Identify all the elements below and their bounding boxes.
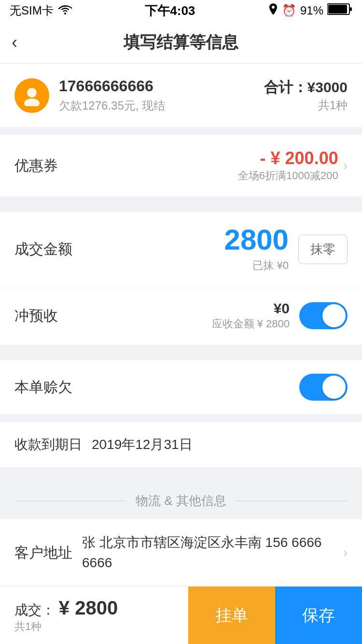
debt-row: 本单赊欠 bbox=[0, 360, 362, 414]
avatar bbox=[14, 78, 49, 113]
logistics-text: 物流 & 其他信息 bbox=[136, 492, 226, 509]
bottom-summary: 成交： ¥ 2800 共1种 bbox=[0, 597, 188, 634]
address-label: 客户地址 bbox=[14, 543, 72, 563]
summary-amount: ¥ 2800 bbox=[59, 597, 118, 618]
status-left: 无SIM卡 bbox=[10, 3, 72, 18]
svg-rect-1 bbox=[328, 5, 347, 14]
coupon-desc: 全场6折满1000减200 bbox=[238, 168, 338, 183]
divider-line-left bbox=[14, 501, 126, 501]
transaction-amount: 2800 bbox=[224, 225, 289, 254]
battery-icon bbox=[327, 3, 352, 18]
wifi-icon bbox=[58, 4, 72, 17]
section-divider-1 bbox=[0, 204, 362, 212]
section-divider-3 bbox=[0, 475, 362, 483]
due-date-label: 收款到期日 bbox=[14, 435, 82, 454]
customer-debt: 欠款1276.35元, 现结 bbox=[59, 98, 165, 113]
due-date-row: 收款到期日 2019年12月31日 bbox=[0, 422, 362, 467]
transaction-right: 2800 已抹 ¥0 抹零 bbox=[224, 225, 348, 273]
pre-amount: ¥0 bbox=[212, 300, 290, 317]
page-title: 填写结算等信息 bbox=[124, 31, 238, 54]
amount-sub: 已抹 ¥0 bbox=[252, 258, 289, 273]
total-count: 共1种 bbox=[264, 98, 348, 113]
coupon-amount: - ¥ 200.00 bbox=[260, 148, 338, 168]
coupon-right: - ¥ 200.00 全场6折满1000减200 › bbox=[238, 148, 348, 183]
bottom-bar: 成交： ¥ 2800 共1种 挂单 保存 bbox=[0, 586, 362, 644]
svg-point-3 bbox=[27, 88, 37, 98]
debt-toggle-knob bbox=[322, 376, 346, 399]
customer-right: 合计：¥3000 共1种 bbox=[264, 78, 348, 113]
logistics-divider: 物流 & 其他信息 bbox=[0, 483, 362, 519]
total-amount: 合计：¥3000 bbox=[264, 78, 348, 98]
coupon-label: 优惠券 bbox=[14, 156, 58, 176]
address-chevron-icon: › bbox=[343, 545, 348, 560]
svg-rect-2 bbox=[350, 7, 352, 11]
customer-info: 17666666666 欠款1276.35元, 现结 bbox=[59, 77, 165, 113]
status-right: ⏰ 91% bbox=[268, 3, 352, 18]
pre-receive-label: 冲预收 bbox=[14, 306, 58, 326]
section-divider-2 bbox=[0, 352, 362, 360]
status-bar: 无SIM卡 下午4:03 ⏰ 91% bbox=[0, 0, 362, 21]
nav-bar: ‹ 填写结算等信息 bbox=[0, 21, 362, 64]
alarm-icon: ⏰ bbox=[282, 4, 296, 17]
debt-label: 本单赊欠 bbox=[14, 378, 72, 397]
pre-receive-toggle[interactable] bbox=[299, 302, 348, 329]
address-row[interactable]: 客户地址 张 北京市市辖区海淀区永丰南 156 6666 6666 › bbox=[0, 519, 362, 587]
round-button[interactable]: 抹零 bbox=[298, 235, 348, 264]
save-button[interactable]: 保存 bbox=[275, 587, 362, 644]
customer-left: 17666666666 欠款1276.35元, 现结 bbox=[14, 77, 165, 113]
pre-receive-right: ¥0 应收金额 ¥ 2800 bbox=[212, 300, 348, 331]
coupon-chevron-icon: › bbox=[343, 158, 348, 173]
main-content: 17666666666 欠款1276.35元, 现结 合计：¥3000 共1种 … bbox=[0, 64, 362, 644]
transaction-section: 成交金额 2800 已抹 ¥0 抹零 冲预收 ¥0 应收金额 ¥ 2800 bbox=[0, 212, 362, 345]
coupon-right-wrap: - ¥ 200.00 全场6折满1000减200 bbox=[238, 148, 338, 183]
hold-button[interactable]: 挂单 bbox=[188, 587, 275, 644]
toggle-knob bbox=[322, 304, 346, 327]
debt-toggle[interactable] bbox=[299, 374, 348, 401]
divider-line-right bbox=[236, 501, 348, 501]
back-button[interactable]: ‹ bbox=[12, 32, 17, 53]
transaction-label: 成交金额 bbox=[14, 239, 72, 259]
pre-sub: 应收金额 ¥ 2800 bbox=[212, 317, 290, 331]
svg-point-4 bbox=[24, 98, 40, 106]
customer-card: 17666666666 欠款1276.35元, 现结 合计：¥3000 共1种 bbox=[0, 64, 362, 127]
pre-right-texts: ¥0 应收金额 ¥ 2800 bbox=[212, 300, 290, 331]
debt-section: 本单赊欠 bbox=[0, 360, 362, 414]
location-icon bbox=[268, 3, 278, 18]
coupon-row[interactable]: 优惠券 - ¥ 200.00 全场6折满1000减200 › bbox=[0, 135, 362, 196]
summary-title: 成交： ¥ 2800 bbox=[14, 597, 174, 619]
pre-receive-row: 冲预收 ¥0 应收金额 ¥ 2800 bbox=[0, 287, 362, 345]
battery-percent: 91% bbox=[300, 4, 323, 17]
summary-count: 共1种 bbox=[14, 619, 174, 634]
status-time: 下午4:03 bbox=[145, 2, 195, 19]
transaction-row: 成交金额 2800 已抹 ¥0 抹零 bbox=[0, 212, 362, 287]
summary-title-text: 成交： bbox=[14, 602, 55, 617]
carrier-text: 无SIM卡 bbox=[10, 3, 54, 18]
customer-phone: 17666666666 bbox=[59, 77, 165, 95]
address-value: 张 北京市市辖区海淀区永丰南 156 6666 6666 bbox=[82, 532, 343, 573]
amount-wrap: 2800 已抹 ¥0 bbox=[224, 225, 289, 273]
due-date-value: 2019年12月31日 bbox=[92, 435, 193, 454]
